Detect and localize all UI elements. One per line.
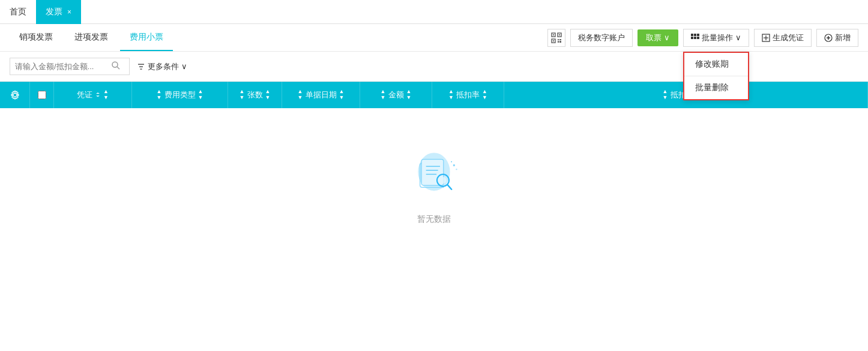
tax-account-button[interactable]: 税务数字账户 — [570, 29, 633, 47]
svg-point-22 — [112, 62, 118, 67]
svg-rect-1 — [553, 34, 554, 35]
svg-rect-14 — [694, 37, 696, 39]
batch-operation-wrapper: 批量操作 ∨ 修改账期 批量删除 — [683, 29, 749, 47]
select-all-checkbox[interactable] — [38, 91, 46, 99]
settings-icon — [10, 90, 20, 100]
svg-point-40 — [451, 161, 452, 162]
deduct-rate-sort2[interactable]: ▲ ▼ — [482, 89, 487, 101]
th-date-label: 单据日期 — [306, 90, 337, 100]
svg-rect-5 — [553, 40, 554, 41]
add-button[interactable]: 新增 — [816, 29, 858, 47]
search-icon[interactable] — [111, 61, 121, 72]
tab-sales-invoice[interactable]: 销项发票 — [10, 24, 62, 51]
voucher-sort[interactable]: ▲ ▼ — [103, 89, 109, 101]
modify-period-item[interactable]: 修改账期 — [684, 53, 748, 76]
svg-rect-10 — [691, 34, 693, 36]
qr-icon — [551, 32, 562, 43]
add-icon — [824, 34, 833, 42]
svg-rect-15 — [697, 37, 699, 39]
th-voucher: 凭证 ▲ ▼ — [54, 82, 132, 108]
count-sort2[interactable]: ▲ ▼ — [265, 89, 271, 101]
svg-rect-7 — [559, 39, 561, 40]
th-deduct-rate: ▲ ▼ 抵扣率 ▲ ▼ — [432, 82, 504, 108]
fetch-ticket-button[interactable]: 取票 ∨ — [637, 29, 678, 46]
th-expense-type-label: 费用类型 — [164, 90, 196, 100]
th-expense-type: ▲ ▼ 费用类型 ▲ ▼ — [132, 82, 228, 108]
th-voucher-label: 凭证 — [77, 90, 92, 100]
svg-point-36 — [439, 177, 447, 184]
svg-rect-6 — [558, 39, 559, 40]
tab-expense-ticket[interactable]: 费用小票 — [120, 24, 173, 51]
sub-tabs-bar: 销项发票 进项发票 费用小票 — [0, 24, 868, 52]
count-sort[interactable]: ▲ ▼ — [240, 89, 245, 101]
more-conditions-button[interactable]: 更多条件 ∨ — [137, 61, 187, 72]
empty-state-text: 暂无数据 — [417, 214, 451, 225]
add-label: 新增 — [835, 32, 851, 43]
batch-operation-button[interactable]: 批量操作 ∨ — [683, 29, 749, 47]
filter-icon — [137, 63, 145, 71]
search-input-wrap[interactable] — [10, 58, 130, 75]
batch-label: 批量操作 — [702, 32, 733, 43]
th-checkbox[interactable] — [30, 82, 54, 108]
svg-point-39 — [456, 168, 457, 170]
svg-point-38 — [453, 164, 455, 166]
generate-icon — [762, 34, 770, 42]
qr-code-button[interactable] — [547, 29, 565, 47]
svg-rect-8 — [558, 41, 559, 43]
home-tab[interactable]: 首页 — [0, 7, 36, 17]
fetch-label: 取票 — [646, 32, 662, 43]
svg-point-27 — [13, 93, 17, 97]
svg-rect-12 — [697, 34, 699, 36]
invoice-tab-label: 发票 — [46, 7, 62, 17]
tax-account-label: 税务数字账户 — [578, 32, 625, 43]
th-amount-label: 金额 — [388, 90, 404, 100]
batch-icon — [691, 34, 699, 42]
th-amount: ▲ ▼ 金额 ▲ ▼ — [360, 82, 432, 108]
svg-rect-9 — [559, 41, 561, 43]
th-count-label: 张数 — [247, 90, 263, 100]
tab-input-invoice[interactable]: 进项发票 — [65, 24, 118, 51]
expense-type-sort[interactable]: ▲ ▼ — [157, 89, 162, 101]
expense-type-sort2[interactable]: ▲ ▼ — [198, 89, 203, 101]
invoice-tab[interactable]: 发票 × — [36, 0, 81, 24]
chevron-down-icon: ∨ — [181, 62, 187, 71]
date-sort[interactable]: ▲ ▼ — [298, 89, 303, 101]
svg-rect-3 — [559, 34, 560, 35]
generate-voucher-label: 生成凭证 — [773, 32, 804, 43]
fetch-arrow-icon: ∨ — [664, 33, 670, 42]
svg-rect-13 — [691, 37, 693, 39]
th-deduct-rate-label: 抵扣率 — [456, 90, 480, 100]
batch-delete-item[interactable]: 批量删除 — [684, 76, 748, 99]
empty-illustration — [404, 144, 464, 204]
batch-dropdown-menu: 修改账期 批量删除 — [683, 52, 749, 100]
batch-arrow-icon: ∨ — [735, 33, 741, 42]
svg-marker-28 — [96, 93, 100, 94]
sub-tabs-left: 销项发票 进项发票 费用小票 — [10, 24, 175, 51]
svg-line-37 — [448, 185, 452, 190]
deduct-rate-sort[interactable]: ▲ ▼ — [448, 89, 454, 101]
deduct-amount-sort[interactable]: ▲ ▼ — [663, 89, 668, 101]
amount-sort2[interactable]: ▲ ▼ — [406, 89, 412, 101]
search-input[interactable] — [15, 62, 111, 71]
generate-voucher-button[interactable]: 生成凭证 — [754, 29, 812, 47]
voucher-filter-icon[interactable] — [95, 92, 101, 98]
date-sort2[interactable]: ▲ ▼ — [339, 89, 345, 101]
main-content: 销项发票 进项发票 费用小票 — [0, 24, 868, 351]
svg-marker-29 — [96, 96, 100, 97]
th-date: ▲ ▼ 单据日期 ▲ ▼ — [282, 82, 360, 108]
svg-rect-11 — [694, 34, 696, 36]
amount-sort[interactable]: ▲ ▼ — [381, 89, 386, 101]
svg-line-23 — [117, 67, 119, 69]
more-conditions-label: 更多条件 — [148, 61, 179, 72]
close-tab-icon[interactable]: × — [67, 8, 71, 16]
sub-tabs-right: 税务数字账户 取票 ∨ 批量操作 ∨ — [547, 29, 858, 47]
empty-state: 暂无数据 — [0, 108, 868, 261]
top-nav: 首页 发票 × — [0, 0, 868, 24]
th-gear[interactable] — [0, 82, 30, 108]
th-count: ▲ ▼ 张数 ▲ ▼ — [228, 82, 282, 108]
